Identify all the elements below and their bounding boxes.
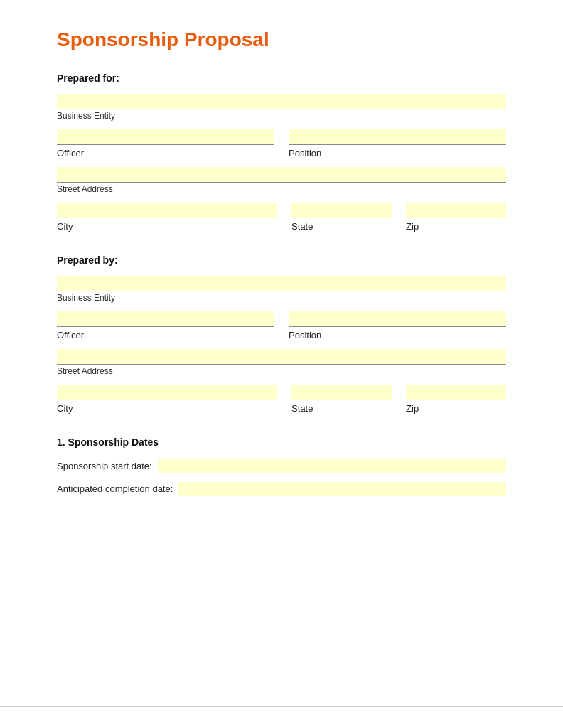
completion-date-row: Anticipated completion date: (57, 482, 506, 496)
business-entity-group-by: Business Entity (57, 276, 506, 303)
start-date-row: Sponsorship start date: (57, 459, 506, 473)
state-label-for: State (291, 221, 392, 232)
state-col-for (291, 203, 392, 218)
completion-date-label: Anticipated completion date: (57, 483, 173, 494)
city-state-zip-row-by (57, 385, 506, 400)
city-state-zip-row-for (57, 203, 506, 218)
prepared-by-section: Prepared by: Business Entity Officer Pos… (57, 255, 506, 414)
business-entity-group-for: Business Entity (57, 94, 506, 121)
officer-col-for (57, 129, 274, 145)
zip-input-for[interactable] (406, 203, 506, 218)
prepared-for-label: Prepared for: (57, 73, 506, 84)
start-date-label: Sponsorship start date: (57, 461, 152, 471)
bottom-divider (0, 706, 563, 707)
city-label-by: City (57, 403, 277, 414)
street-address-input-for[interactable] (57, 167, 506, 183)
zip-label-by: Zip (406, 403, 506, 414)
officer-input-by[interactable] (57, 311, 274, 327)
street-address-input-by[interactable] (57, 349, 506, 365)
completion-date-input[interactable] (178, 482, 506, 496)
officer-position-row-for (57, 129, 506, 145)
city-state-zip-labels-by: City State Zip (57, 403, 506, 414)
sponsorship-dates-label: 1. Sponsorship Dates (57, 437, 506, 448)
state-label-by: State (291, 403, 392, 414)
officer-position-labels-by: Officer Position (57, 330, 506, 341)
officer-label-by: Officer (57, 330, 274, 341)
street-address-group-for: Street Address (57, 167, 506, 194)
business-entity-label-for: Business Entity (57, 111, 506, 121)
officer-position-labels-for: Officer Position (57, 148, 506, 159)
sponsorship-dates-section: 1. Sponsorship Dates Sponsorship start d… (57, 437, 506, 496)
position-col-for (289, 129, 506, 145)
city-state-zip-labels-for: City State Zip (57, 221, 506, 232)
page-container: Sponsorship Proposal Prepared for: Busin… (0, 0, 563, 728)
zip-label-for: Zip (406, 221, 506, 232)
position-label-for: Position (289, 148, 506, 159)
position-col-by (289, 311, 506, 327)
position-label-by: Position (289, 330, 506, 341)
city-input-by[interactable] (57, 385, 277, 400)
officer-input-for[interactable] (57, 129, 274, 145)
zip-col-for (406, 203, 506, 218)
business-entity-label-by: Business Entity (57, 293, 506, 303)
state-input-for[interactable] (291, 203, 392, 218)
city-col-by (57, 385, 277, 400)
position-input-by[interactable] (289, 311, 506, 327)
city-col-for (57, 203, 277, 218)
city-input-for[interactable] (57, 203, 277, 218)
street-address-label-for: Street Address (57, 184, 506, 194)
page-title: Sponsorship Proposal (57, 28, 506, 51)
state-col-by (291, 385, 392, 400)
street-address-group-by: Street Address (57, 349, 506, 376)
zip-col-by (406, 385, 506, 400)
state-input-by[interactable] (291, 385, 392, 400)
prepared-for-section: Prepared for: Business Entity Officer Po… (57, 73, 506, 232)
officer-col-by (57, 311, 274, 327)
prepared-by-label: Prepared by: (57, 255, 506, 266)
business-entity-input-for[interactable] (57, 94, 506, 109)
business-entity-input-by[interactable] (57, 276, 506, 291)
officer-position-row-by (57, 311, 506, 327)
officer-label-for: Officer (57, 148, 274, 159)
position-input-for[interactable] (289, 129, 506, 145)
street-address-label-by: Street Address (57, 366, 506, 376)
start-date-input[interactable] (158, 459, 506, 473)
zip-input-by[interactable] (406, 385, 506, 400)
city-label-for: City (57, 221, 277, 232)
